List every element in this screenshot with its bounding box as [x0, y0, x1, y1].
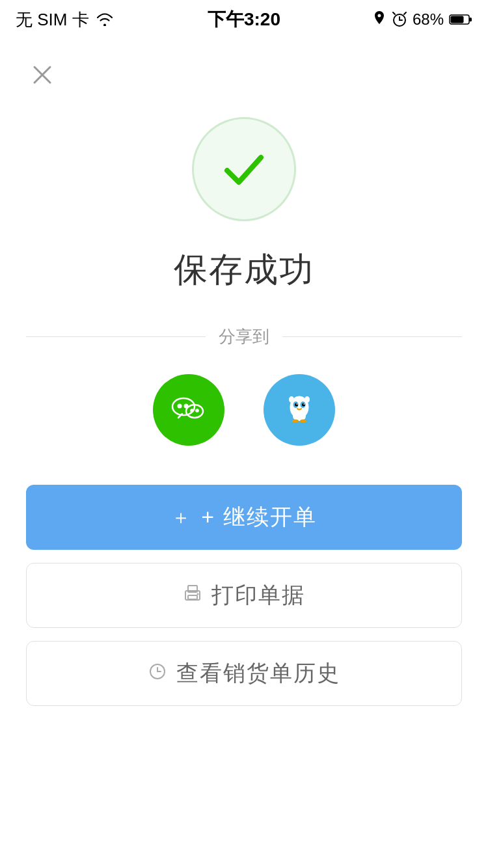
close-button[interactable]	[26, 59, 59, 91]
status-bar: 无 SIM 卡 下午3:20 68%	[0, 0, 488, 39]
wechat-icon	[168, 389, 210, 431]
wechat-share-button[interactable]	[153, 374, 224, 446]
svg-point-20	[296, 403, 297, 405]
close-area	[0, 39, 488, 104]
svg-point-12	[190, 409, 194, 413]
action-buttons: ＋ + 继续开单 打印单据 查看销货单历史	[26, 485, 462, 706]
svg-point-8	[172, 398, 195, 415]
svg-rect-4	[469, 18, 472, 21]
share-divider: 分享到	[26, 325, 462, 348]
status-time: 下午3:20	[208, 7, 280, 32]
print-label: 打印单据	[211, 580, 305, 610]
success-title: 保存成功	[174, 247, 314, 293]
continue-label: + 继续开单	[201, 502, 316, 532]
qq-share-button[interactable]	[264, 374, 335, 446]
battery-icon	[449, 14, 472, 25]
checkmark-icon	[218, 143, 270, 195]
printer-icon	[183, 584, 202, 608]
svg-point-25	[289, 396, 294, 403]
svg-point-18	[295, 403, 298, 406]
svg-rect-5	[451, 16, 464, 23]
status-right: 68%	[372, 10, 472, 29]
history-button[interactable]: 查看销货单历史	[26, 641, 462, 706]
svg-point-19	[302, 403, 305, 406]
svg-rect-29	[188, 595, 197, 599]
battery-text: 68%	[413, 10, 444, 29]
svg-point-26	[305, 396, 310, 403]
divider-line-left	[26, 336, 206, 337]
svg-point-13	[195, 409, 199, 413]
divider-line-right	[282, 336, 462, 337]
status-left: 无 SIM 卡	[16, 8, 114, 31]
plus-icon: ＋	[171, 504, 192, 531]
history-label: 查看销货单历史	[176, 658, 340, 688]
clock-icon	[148, 662, 167, 686]
svg-point-9	[177, 403, 182, 408]
qq-icon	[278, 389, 321, 431]
wifi-icon	[96, 13, 114, 26]
no-sim-text: 无 SIM 卡	[16, 8, 89, 31]
success-icon-circle	[192, 117, 296, 221]
svg-point-24	[300, 419, 306, 422]
alarm-icon	[392, 11, 407, 28]
location-icon	[372, 11, 386, 28]
svg-point-21	[303, 403, 305, 405]
svg-point-23	[292, 419, 299, 422]
share-label: 分享到	[219, 325, 269, 348]
svg-point-30	[197, 593, 199, 595]
main-content: 保存成功 分享到	[0, 104, 488, 868]
share-icons-row	[153, 374, 335, 446]
print-button[interactable]: 打印单据	[26, 563, 462, 628]
continue-button[interactable]: ＋ + 继续开单	[26, 485, 462, 550]
